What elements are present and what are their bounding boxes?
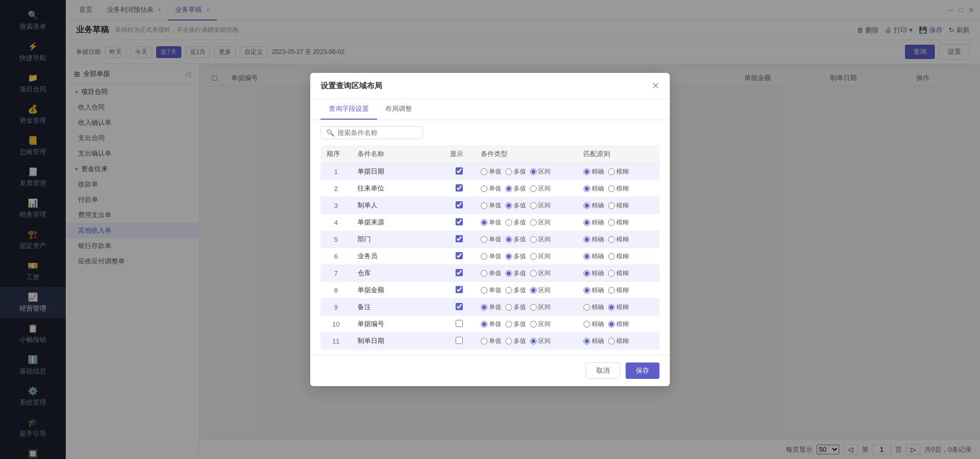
condition-option-单值[interactable]: 单值 (481, 184, 501, 193)
radio-match-模糊-8[interactable] (608, 287, 615, 294)
dialog-tab-fields[interactable]: 查询字段设置 (321, 99, 377, 120)
condition-option-区间[interactable]: 区间 (530, 167, 551, 176)
radio-match-精确-6[interactable] (583, 253, 590, 260)
condition-option-多值[interactable]: 多值 (505, 252, 526, 261)
radio-match-模糊-7[interactable] (608, 270, 615, 277)
show-checkbox-11[interactable] (456, 337, 463, 344)
radio-match-模糊-3[interactable] (608, 202, 615, 209)
match-option-模糊[interactable]: 模糊 (608, 184, 629, 193)
match-option-精确[interactable]: 精确 (583, 337, 604, 346)
show-checkbox-5[interactable] (456, 235, 463, 242)
radio-match-精确-5[interactable] (583, 236, 590, 243)
radio-match-精确-9[interactable] (583, 304, 590, 311)
radio-match-模糊-6[interactable] (608, 253, 615, 260)
dialog-save-button[interactable]: 保存 (626, 362, 659, 379)
radio-match-模糊-10[interactable] (608, 321, 615, 328)
match-option-精确[interactable]: 精确 (583, 218, 604, 227)
radio-condition-多值-3[interactable] (505, 202, 512, 209)
radio-condition-区间-8[interactable] (530, 287, 537, 294)
condition-option-单值[interactable]: 单值 (481, 269, 501, 278)
radio-match-模糊-4[interactable] (608, 219, 615, 226)
match-option-精确[interactable]: 精确 (583, 184, 604, 193)
radio-match-精确-1[interactable] (583, 168, 590, 175)
match-option-模糊[interactable]: 模糊 (608, 269, 629, 278)
show-checkbox-9[interactable] (456, 303, 463, 310)
radio-condition-多值-9[interactable] (505, 304, 512, 311)
show-checkbox-6[interactable] (456, 252, 463, 259)
radio-condition-多值-2[interactable] (505, 185, 512, 192)
match-option-精确[interactable]: 精确 (583, 235, 604, 244)
radio-condition-多值-10[interactable] (505, 321, 512, 328)
radio-match-模糊-5[interactable] (608, 236, 615, 243)
condition-option-区间[interactable]: 区间 (530, 269, 551, 278)
match-option-模糊[interactable]: 模糊 (608, 337, 629, 346)
condition-option-单值[interactable]: 单值 (481, 337, 501, 346)
radio-condition-多值-7[interactable] (505, 270, 512, 277)
match-option-模糊[interactable]: 模糊 (608, 201, 629, 210)
radio-condition-单值-1[interactable] (481, 168, 487, 175)
radio-match-精确-8[interactable] (583, 287, 590, 294)
radio-match-精确-4[interactable] (583, 219, 590, 226)
radio-match-模糊-2[interactable] (608, 185, 615, 192)
show-checkbox-4[interactable] (456, 218, 463, 225)
condition-option-多值[interactable]: 多值 (505, 337, 526, 346)
match-option-精确[interactable]: 精确 (583, 252, 604, 261)
condition-option-区间[interactable]: 区间 (530, 235, 551, 244)
radio-condition-区间-9[interactable] (530, 304, 537, 311)
radio-condition-区间-3[interactable] (530, 202, 537, 209)
condition-option-单值[interactable]: 单值 (481, 303, 501, 312)
radio-condition-单值-10[interactable] (481, 321, 487, 328)
show-checkbox-1[interactable] (456, 167, 463, 175)
radio-condition-区间-11[interactable] (530, 338, 537, 345)
radio-condition-区间-10[interactable] (530, 321, 537, 328)
radio-condition-单值-9[interactable] (481, 304, 487, 311)
condition-option-区间[interactable]: 区间 (530, 184, 551, 193)
condition-option-区间[interactable]: 区间 (530, 201, 551, 210)
radio-condition-多值-6[interactable] (505, 253, 512, 260)
radio-match-模糊-9[interactable] (608, 304, 615, 311)
condition-option-区间[interactable]: 区间 (530, 286, 551, 295)
radio-condition-多值-4[interactable] (505, 219, 512, 226)
condition-option-多值[interactable]: 多值 (505, 269, 526, 278)
radio-condition-单值-2[interactable] (481, 185, 487, 192)
condition-option-多值[interactable]: 多值 (505, 201, 526, 210)
condition-option-单值[interactable]: 单值 (481, 320, 501, 329)
condition-option-单值[interactable]: 单值 (481, 252, 501, 261)
condition-option-单值[interactable]: 单值 (481, 286, 501, 295)
radio-match-精确-10[interactable] (583, 321, 590, 328)
dialog-tab-layout[interactable]: 布局调整 (377, 99, 420, 120)
match-option-模糊[interactable]: 模糊 (608, 167, 629, 176)
radio-match-精确-3[interactable] (583, 202, 590, 209)
radio-condition-单值-6[interactable] (481, 253, 487, 260)
match-option-精确[interactable]: 精确 (583, 303, 604, 312)
condition-option-单值[interactable]: 单值 (481, 167, 501, 176)
condition-option-区间[interactable]: 区间 (530, 320, 551, 329)
radio-condition-多值-1[interactable] (505, 168, 512, 175)
condition-option-区间[interactable]: 区间 (530, 337, 551, 346)
show-checkbox-10[interactable] (456, 320, 463, 327)
radio-condition-单值-4[interactable] (481, 219, 487, 226)
radio-condition-区间-5[interactable] (530, 236, 537, 243)
condition-option-区间[interactable]: 区间 (530, 218, 551, 227)
radio-condition-单值-3[interactable] (481, 202, 487, 209)
show-checkbox-8[interactable] (456, 286, 463, 293)
match-option-模糊[interactable]: 模糊 (608, 320, 629, 329)
radio-condition-区间-6[interactable] (530, 253, 537, 260)
radio-match-精确-2[interactable] (583, 185, 590, 192)
radio-condition-单值-5[interactable] (481, 236, 487, 243)
condition-option-区间[interactable]: 区间 (530, 252, 551, 261)
show-checkbox-2[interactable] (456, 184, 463, 192)
dialog-search-input[interactable] (337, 129, 418, 137)
radio-match-精确-11[interactable] (583, 338, 590, 345)
radio-match-模糊-1[interactable] (608, 168, 615, 175)
match-option-精确[interactable]: 精确 (583, 320, 604, 329)
radio-condition-区间-7[interactable] (530, 270, 537, 277)
match-option-模糊[interactable]: 模糊 (608, 235, 629, 244)
radio-condition-单值-8[interactable] (481, 287, 487, 294)
match-option-模糊[interactable]: 模糊 (608, 303, 629, 312)
radio-condition-多值-8[interactable] (505, 287, 512, 294)
radio-condition-单值-11[interactable] (481, 338, 487, 345)
match-option-精确[interactable]: 精确 (583, 201, 604, 210)
radio-condition-区间-2[interactable] (530, 185, 537, 192)
match-option-模糊[interactable]: 模糊 (608, 252, 629, 261)
